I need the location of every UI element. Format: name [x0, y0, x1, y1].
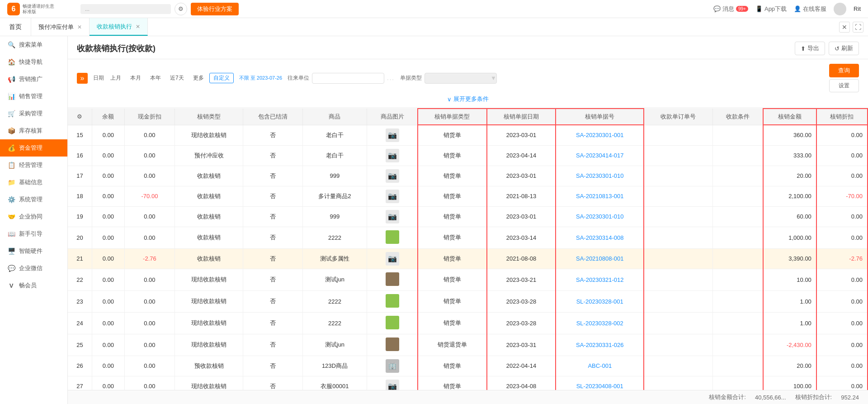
col-write-off-type: 核销类型 [175, 109, 243, 125]
sidebar-item-purchase[interactable]: 🛒 采购管理 [0, 105, 67, 122]
cell-included: 否 [243, 186, 302, 206]
cell-bill-no[interactable]: SA-20230331-026 [556, 334, 644, 356]
type-filter-select[interactable] [425, 73, 497, 84]
tab-expand-button[interactable]: ⛶ [853, 22, 863, 33]
cell-bill-date: 2022-04-14 [487, 356, 556, 376]
bill-no-link[interactable]: SA-20230321-012 [576, 276, 624, 283]
cell-bill-no[interactable]: SA-20230314-008 [556, 227, 644, 248]
bill-no-link[interactable]: SA-20230301-001 [576, 132, 624, 138]
online-service-label: 在线客服 [803, 5, 826, 13]
sidebar-item-inventory[interactable]: 📦 库存核算 [0, 122, 67, 139]
online-service-button[interactable]: 👤 在线客服 [794, 5, 826, 13]
cell-balance: 0.00 [92, 227, 124, 248]
cell-bill-no[interactable]: SA-20230301-010 [556, 206, 644, 227]
sidebar-item-finance[interactable]: 💰 资金管理 [0, 139, 67, 157]
cell-bill-no[interactable]: SL-20230408-001 [556, 376, 644, 390]
bill-no-link[interactable]: SA-20230314-008 [576, 234, 624, 241]
tab-close-all-button[interactable]: ✕ [839, 22, 850, 33]
cell-type: 收款核销 [175, 166, 243, 186]
bill-no-link[interactable]: SA-20210808-001 [576, 255, 624, 262]
cell-id: 24 [68, 312, 92, 334]
tab-prepay[interactable]: 预付冲应付单 ✕ [31, 18, 90, 36]
cell-bill-no[interactable]: SA-20230301-001 [556, 125, 644, 145]
sidebar-item-operations[interactable]: 📋 经营管理 [0, 157, 67, 174]
gear-button[interactable]: ⚙ [175, 3, 187, 15]
sidebar-item-sales[interactable]: 📊 销售管理 [0, 88, 67, 105]
cell-bill-no[interactable]: SL-20230328-002 [556, 312, 644, 334]
sidebar-item-member[interactable]: V 畅会员 [0, 277, 67, 294]
bill-no-link[interactable]: SA-20230414-017 [576, 152, 624, 159]
cell-amount: 60.00 [763, 206, 816, 227]
cell-included: 否 [243, 248, 302, 269]
date-chip-last-month[interactable]: 上月 [107, 73, 125, 83]
app-download-button[interactable]: 📱 App下载 [755, 5, 787, 13]
page-header-actions: ⬆ 导出 ↺ 刷新 [795, 42, 859, 55]
cell-bill-no[interactable]: SA-20230414-017 [556, 145, 644, 166]
tab-home[interactable]: 首页 [0, 18, 31, 36]
filter-toggle-button[interactable]: » [77, 73, 88, 84]
cell-condition [712, 125, 763, 145]
cell-id: 17 [68, 166, 92, 186]
tab-writeoff[interactable]: 收款核销执行 ✕ [90, 18, 148, 36]
cell-write-off: 0.00 [816, 269, 868, 290]
date-chip-more[interactable]: 更多 [189, 73, 208, 83]
cell-order-no [644, 356, 712, 376]
date-chip-custom[interactable]: 自定义 [209, 73, 234, 83]
industry-button[interactable]: 体验行业方案 [191, 3, 239, 15]
sidebar-item-marketing[interactable]: 📢 营销推广 [0, 71, 67, 88]
expand-label: 展开更多条件 [453, 95, 489, 103]
cell-discount: 0.00 [124, 145, 175, 166]
cell-amount: -2,430.00 [763, 334, 816, 356]
sidebar-item-hardware[interactable]: 🖥️ 智能硬件 [0, 242, 67, 260]
finance-icon: 💰 [7, 144, 15, 152]
query-button[interactable]: 查询 [829, 64, 859, 77]
cell-bill-no[interactable]: SA-20230301-010 [556, 166, 644, 186]
cell-bill-no[interactable]: SA-20230321-012 [556, 269, 644, 290]
cell-amount: 1.00 [763, 312, 816, 334]
sidebar-item-enterprise[interactable]: 🤝 企业协同 [0, 208, 67, 225]
cell-bill-no[interactable]: ABC-001 [556, 356, 644, 376]
tab-prepay-close[interactable]: ✕ [77, 24, 82, 30]
tab-writeoff-close[interactable]: ✕ [136, 24, 140, 30]
cell-balance: 0.00 [92, 248, 124, 269]
bill-no-link[interactable]: SA-20230301-010 [576, 172, 624, 179]
cell-bill-no[interactable]: SA-20210808-001 [556, 248, 644, 269]
cell-goods: 999 [302, 206, 367, 227]
cell-bill-no[interactable]: SA-20210813-001 [556, 186, 644, 206]
sidebar-item-guide[interactable]: 📖 新手引导 [0, 225, 67, 242]
cell-goods: 2222 [302, 312, 367, 334]
cell-bill-no[interactable]: SL-20230328-001 [556, 290, 644, 312]
sidebar-item-basic[interactable]: 📁 基础信息 [0, 174, 67, 191]
date-chip-this-month[interactable]: 本月 [127, 73, 145, 83]
message-button[interactable]: 💬 消息 99+ [713, 5, 748, 13]
cell-included: 否 [243, 356, 302, 376]
cell-bill-date: 2023-03-01 [487, 166, 556, 186]
bill-no-link[interactable]: ABC-001 [588, 362, 612, 369]
sidebar-item-wechat[interactable]: 💬 企业微信 [0, 260, 67, 277]
filter-settings-button[interactable]: 设置 [829, 79, 859, 92]
date-filter-label: 日期 [93, 74, 104, 82]
date-chip-7days[interactable]: 近7天 [166, 73, 188, 83]
sidebar-item-shortcut[interactable]: 🏠 快捷导航 [0, 53, 67, 71]
select-dropdown-icon: ▼ [491, 75, 496, 81]
bill-no-link[interactable]: SL-20230408-001 [576, 383, 623, 390]
date-chip-this-year[interactable]: 本年 [146, 73, 165, 83]
col-settings[interactable]: ⚙ [68, 109, 92, 125]
refresh-button[interactable]: ↺ 刷新 [829, 42, 859, 55]
user-avatar[interactable] [834, 3, 846, 15]
table-container[interactable]: ⚙ 余额 现金折扣 核销类型 包含已结清 商品 商品图片 核销单据类型 核销单据… [68, 108, 868, 390]
bill-no-link[interactable]: SA-20230301-010 [576, 213, 624, 220]
bill-no-link[interactable]: SA-20230331-026 [576, 342, 624, 348]
sidebar-item-search[interactable]: 🔍 搜索菜单 [0, 36, 67, 53]
cell-id: 22 [68, 269, 92, 290]
bill-no-link[interactable]: SL-20230328-001 [576, 298, 623, 305]
partner-filter-input[interactable] [312, 73, 384, 84]
cell-discount: 0.00 [124, 269, 175, 290]
bill-no-link[interactable]: SL-20230328-002 [576, 320, 623, 327]
expand-more-button[interactable]: ∨ 展开更多条件 [447, 95, 489, 103]
export-button[interactable]: ⬆ 导出 [795, 42, 825, 55]
sidebar-item-hardware-label: 智能硬件 [19, 247, 42, 255]
bill-no-link[interactable]: SA-20210813-001 [576, 193, 624, 200]
sidebar-item-system[interactable]: ⚙️ 系统管理 [0, 191, 67, 208]
cell-discount: -70.00 [124, 186, 175, 206]
